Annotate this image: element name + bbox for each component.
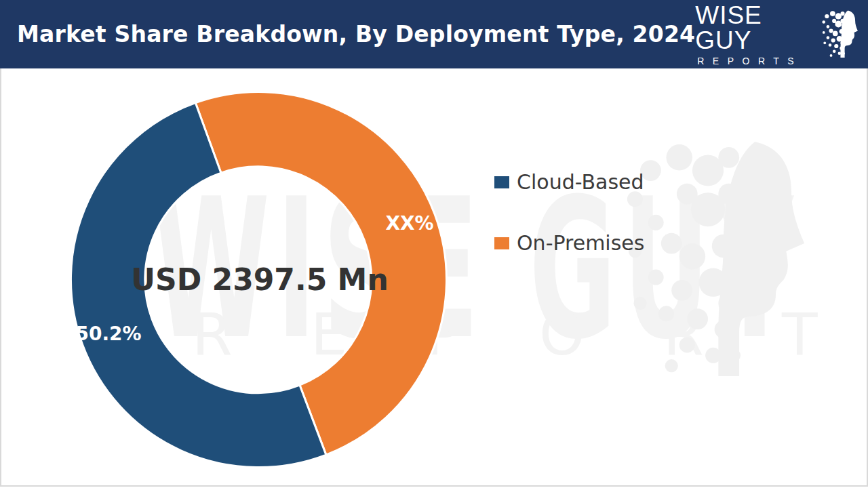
donut-chart: 50.2% XX% — [0, 0, 868, 488]
legend-item-cloud-based: Cloud-Based — [494, 172, 644, 192]
legend-swatch-cloud-based — [494, 176, 509, 188]
donut-center-value: USD 2397.5 Mn — [90, 262, 429, 297]
legend-swatch-on-premises — [494, 237, 509, 249]
report-figure: Market Share Breakdown, By Deployment Ty… — [0, 0, 868, 488]
slice-label-cloud-based: 50.2% — [75, 323, 141, 345]
legend-item-on-premises: On-Premises — [494, 233, 644, 253]
legend-label-cloud-based: Cloud-Based — [517, 172, 644, 192]
legend-label-on-premises: On-Premises — [517, 233, 644, 253]
slice-label-on-premises: XX% — [385, 212, 433, 235]
